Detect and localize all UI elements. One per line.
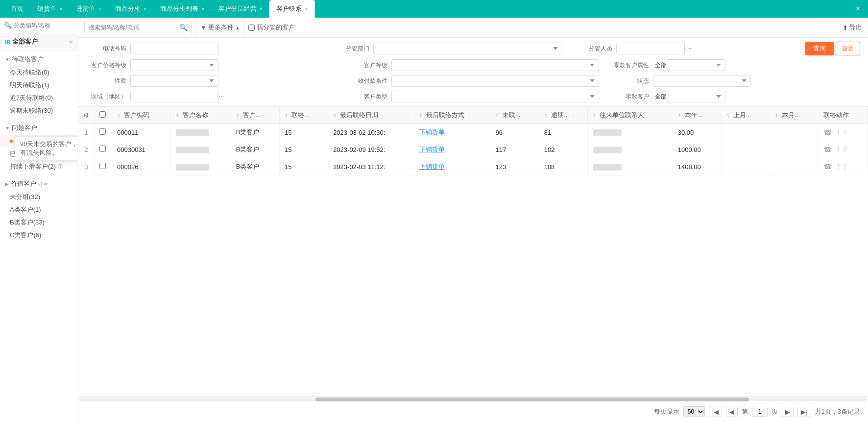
last-method[interactable]: 下销货单 [414, 124, 490, 141]
contact-icon[interactable]: ☎ [823, 146, 832, 153]
th-type[interactable]: ↕ 客户... [231, 107, 279, 124]
region-input[interactable] [130, 91, 218, 102]
th-this-year[interactable]: ↕ 本年... [673, 107, 721, 124]
close-icon[interactable]: × [98, 6, 101, 12]
th-contact-count[interactable]: ↕ 联络... [279, 107, 328, 124]
sidebar-group-pending-title[interactable]: ▼ 待联络客户 [0, 52, 78, 66]
sidebar-item-ungrouped[interactable]: 未分组(32) [0, 191, 78, 203]
region-dots-icon[interactable]: ··· [218, 92, 225, 101]
more-actions-icon[interactable]: ⋮⋮ [835, 146, 848, 153]
person-input[interactable] [616, 43, 685, 54]
more-actions-icon[interactable]: ⋮⋮ [835, 163, 848, 171]
th-this-month[interactable]: ↕ 本月... [770, 107, 819, 124]
close-icon[interactable]: × [201, 6, 204, 12]
filter-department: 分管部门 [329, 43, 562, 54]
row-checkbox[interactable] [95, 141, 112, 158]
department-select[interactable] [373, 43, 562, 54]
filter-status: 状态 [609, 75, 860, 87]
row-checkbox[interactable] [95, 124, 112, 141]
filter-region: 区域（地区） ··· [86, 91, 338, 102]
phone-input[interactable] [130, 43, 218, 54]
my-customers-checkbox[interactable] [248, 25, 255, 31]
sidebar-item-class-b[interactable]: B类客户(33) [0, 216, 78, 229]
sidebar-item-today[interactable]: 今天待联络(0) [0, 66, 78, 79]
scroll-thumb[interactable] [315, 397, 748, 401]
nav-tab-customer-contact[interactable]: 客户联系 × [269, 0, 314, 18]
nav-tab-home[interactable]: 首页 [4, 0, 30, 18]
close-icon[interactable]: × [144, 6, 146, 12]
row-checkbox-input[interactable] [99, 163, 106, 169]
settings-button[interactable]: 设置 [836, 42, 860, 55]
th-last-method[interactable]: ↕ 最后联络方式 [414, 107, 490, 124]
collapse-icon[interactable]: « [70, 38, 73, 45]
last-method[interactable]: 下销货单 [414, 158, 490, 175]
customer-name: ████████ [171, 141, 231, 158]
contact-icon[interactable]: ☎ [823, 128, 832, 136]
sort-icon: ↕ [419, 111, 423, 119]
customer-level-select[interactable] [391, 59, 599, 71]
page-number-input[interactable] [752, 407, 768, 417]
th-name[interactable]: ↕ 客户名称 [171, 107, 231, 124]
th-last-date[interactable]: ↕ 最后联络日期 [328, 107, 414, 124]
th-last-month[interactable]: ↕ 上月... [721, 107, 770, 124]
search-input[interactable] [89, 24, 179, 31]
nature-select[interactable] [130, 75, 218, 87]
sidebar-item-declining[interactable]: 持续下滑客户(2) ⓘ [0, 160, 78, 173]
edit-icon[interactable]: ✏ [44, 181, 48, 187]
sidebar-group-value: ▶ 价值客户 ↺ ✏ 未分组(32) A类客户(1) B类客户(33) C类客户… [0, 175, 78, 244]
sidebar-item-class-a[interactable]: A类客户(1) [0, 203, 78, 216]
my-customers-checkbox-wrap[interactable]: 我分管的客户 [248, 23, 295, 32]
dots-icon[interactable]: ··· [685, 44, 691, 53]
th-uncontacted[interactable]: ↕ 未联... [490, 107, 539, 124]
last-method[interactable]: 下销货单 [414, 141, 490, 158]
page-last-button[interactable]: ▶| [797, 407, 811, 417]
search-button[interactable]: 🔍 [179, 24, 188, 31]
th-settings[interactable]: ⚙ [78, 107, 95, 124]
zero-customer-select[interactable] [667, 91, 725, 102]
row-checkbox[interactable] [95, 158, 112, 175]
sidebar-search-input[interactable] [14, 22, 74, 29]
scroll-track[interactable] [79, 397, 867, 401]
page-prev-button[interactable]: ◀ [726, 407, 738, 417]
sidebar-item-tomorrow[interactable]: 明天待联络(1) [0, 79, 78, 92]
nav-tab-analysis-list[interactable]: 商品分析列表 × [153, 0, 211, 18]
close-icon[interactable]: × [260, 6, 263, 12]
overdue-days: 81 [539, 124, 587, 141]
payment-select[interactable] [391, 75, 599, 87]
settings-icon[interactable]: ⚙ [83, 112, 89, 119]
refresh-icon[interactable]: ↺ [38, 181, 43, 187]
query-button[interactable]: 查询 [805, 42, 834, 55]
nav-tab-purchase[interactable]: 进货单 × [69, 0, 108, 18]
row-checkbox-input[interactable] [99, 128, 106, 135]
zero-attr-select[interactable] [667, 59, 725, 71]
nav-tab-sales[interactable]: 销货单 × [30, 0, 69, 18]
sidebar-group-problem-title[interactable]: ▼ 问题客户 [0, 121, 78, 135]
nav-tab-customer-layer[interactable]: 客户分层经营 × [212, 0, 269, 18]
th-code[interactable]: ↕ 客户编码 [112, 107, 171, 124]
contact-icon[interactable]: ☎ [823, 163, 832, 171]
th-checkbox[interactable] [95, 107, 112, 124]
nav-tab-analysis[interactable]: 商品分析 × [108, 0, 153, 18]
customer-type-select[interactable] [391, 91, 599, 102]
page-next-button[interactable]: ▶ [782, 407, 794, 417]
sidebar-group-value-title[interactable]: ▶ 价值客户 ↺ ✏ [0, 177, 78, 191]
th-unit-contact[interactable]: ↕ 往来单位联系人 [587, 107, 673, 124]
status-select[interactable] [653, 75, 751, 87]
sidebar-item-class-c[interactable]: C类客户(6) [0, 229, 78, 242]
export-button[interactable]: ⬆ 导出 [843, 23, 862, 32]
sidebar-item-overdue[interactable]: 逾期未联络(30) [0, 104, 78, 117]
th-overdue[interactable]: ↕ 逾期... [539, 107, 587, 124]
row-checkbox-input[interactable] [99, 146, 106, 152]
close-all-button[interactable]: × [852, 4, 864, 13]
page-first-button[interactable]: |◀ [709, 407, 722, 417]
horizontal-scrollbar[interactable] [78, 396, 868, 402]
sidebar-item-7days[interactable]: 近7天待联络(0) [0, 92, 78, 104]
close-icon[interactable]: × [305, 6, 308, 12]
select-all-checkbox[interactable] [99, 111, 106, 118]
more-conditions-button[interactable]: ▼ 更多条件 ▲ [196, 21, 244, 34]
page-size-select[interactable]: 50 [683, 406, 705, 417]
close-icon[interactable]: × [59, 6, 62, 12]
price-level-select[interactable] [130, 59, 218, 71]
more-actions-icon[interactable]: ⋮⋮ [835, 128, 848, 136]
filter-payment: 收付款条件 [347, 75, 599, 87]
